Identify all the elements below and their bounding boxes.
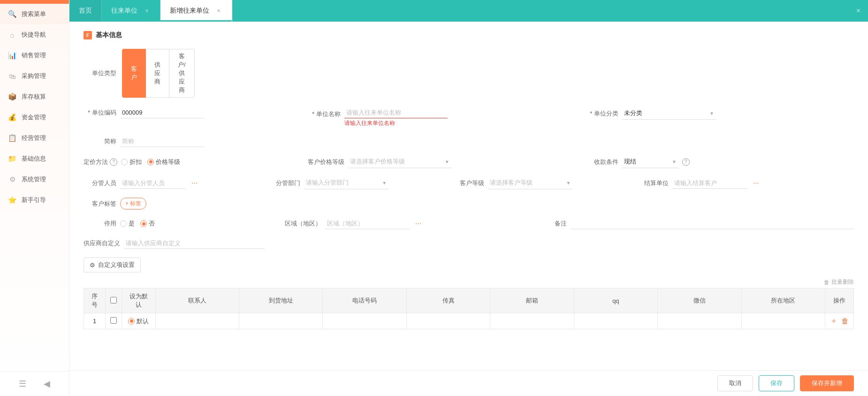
sidebar-item-sales[interactable]: 📊 销售管理 [0, 45, 69, 66]
tab-home[interactable]: 首页 [69, 0, 102, 22]
table-select-all[interactable] [110, 297, 117, 303]
sidebar-item-finance[interactable]: 💰 资金管理 [0, 107, 69, 128]
cancel-button[interactable]: 取消 [717, 375, 753, 391]
manager-dots[interactable]: ··· [190, 179, 199, 187]
region-label: 区域（地区） [285, 219, 321, 228]
sidebar-bottom-btn-1[interactable]: ☰ [11, 375, 34, 392]
sidebar-item-quicknav[interactable]: ⌂ 快捷导航 [0, 24, 69, 45]
tab-spacer [232, 0, 849, 22]
row-delete-icon[interactable]: 🗑 [841, 317, 849, 326]
customer-level-select[interactable]: 请选择客户等级 ▼ [488, 177, 572, 189]
cell-qq[interactable] [574, 313, 658, 329]
purchase-icon: 🛍 [8, 71, 17, 81]
unit-type-customer[interactable]: 客户 [122, 49, 146, 98]
unit-code-group: * 单位编码 [84, 107, 298, 118]
batch-delete[interactable]: 🗑 批量删除 [84, 278, 854, 286]
tab-new-partner-close[interactable]: × [215, 7, 222, 15]
radio-disabled-no[interactable]: 否 [140, 219, 155, 228]
section-header: F 基本信息 [84, 31, 854, 39]
unit-type-label: 单位类型 [84, 69, 116, 78]
cell-fax[interactable] [406, 313, 490, 329]
sidebar-item-purchase[interactable]: 🛍 采购管理 [0, 66, 69, 86]
cell-email[interactable] [490, 313, 574, 329]
contacts-table: 序号 设为默认 联系人 到货地址 电话号码 传真 邮箱 qq 微信 所在地区 操… [84, 288, 854, 329]
address-input[interactable] [244, 318, 318, 325]
main-area: 首页 往来单位 × 新增往来单位 × × F 基本信息 单位类型 客户 供应商 [69, 0, 868, 396]
sidebar-bottom-btn-2[interactable]: ◀ [36, 375, 58, 392]
wechat-input[interactable] [662, 318, 736, 325]
email-input[interactable] [495, 318, 569, 325]
payment-terms-group: 收款条件 现结 ▼ ? [586, 155, 854, 168]
unit-category-select[interactable]: 未分类 ▼ [622, 107, 716, 120]
payment-terms-select[interactable]: 现结 ▼ [622, 155, 678, 168]
save-button[interactable]: 保存 [759, 375, 794, 391]
sidebar-item-guide[interactable]: ⭐ 新手引导 [0, 190, 69, 210]
sidebar-item-search[interactable]: 🔍 搜索菜单 [0, 4, 69, 24]
save-new-button[interactable]: 保存并新增 [800, 375, 854, 391]
department-select[interactable]: 请输入分管部门 ▼ [304, 177, 388, 189]
settlement-unit-input[interactable] [672, 178, 747, 189]
department-label: 分管部门 [267, 179, 300, 187]
tab-bar-close-all[interactable]: × [849, 0, 868, 22]
custom-settings-btn[interactable]: ⚙ 自定义项设置 [84, 257, 141, 272]
col-fax: 传真 [406, 288, 490, 313]
table-row: 1 默认 [84, 313, 854, 329]
col-index: 序号 [84, 288, 106, 313]
phone-input[interactable] [327, 318, 401, 325]
add-tag-btn[interactable]: + 标签 [120, 198, 146, 210]
unit-type-supplier[interactable]: 供应商 [146, 49, 169, 98]
region-dots[interactable]: ··· [413, 219, 423, 228]
cell-phone[interactable] [323, 313, 406, 329]
short-name-input[interactable] [120, 136, 205, 147]
cell-region[interactable] [741, 313, 825, 329]
supplier-custom-input[interactable] [124, 238, 265, 249]
unit-code-label: * 单位编码 [84, 109, 116, 117]
sidebar-item-operations[interactable]: 📋 经营管理 [0, 128, 69, 148]
row-region-input[interactable] [746, 318, 820, 325]
row-checkbox[interactable] [110, 317, 117, 324]
sidebar-item-basic[interactable]: 📁 基础信息 [0, 148, 69, 169]
tags-row: 客户标签 + 标签 [84, 198, 854, 210]
cell-contact[interactable] [155, 313, 239, 329]
payment-terms-value: 现结 [624, 157, 670, 166]
tab-home-label: 首页 [79, 7, 92, 15]
radio-price-level[interactable]: 价格等级 [147, 158, 180, 166]
custom-settings-label: 自定义项设置 [98, 261, 135, 269]
fax-input[interactable] [411, 318, 485, 325]
payment-terms-label: 收款条件 [586, 158, 618, 166]
tab-partners[interactable]: 往来单位 × [102, 0, 160, 22]
payment-terms-help-icon[interactable]: ? [682, 158, 690, 166]
sidebar-bottom: ☰ ◀ [0, 371, 69, 396]
code-name-category-row: * 单位编码 * 单位名称 请输入往来单位名称 * 单位分类 未分类 ▼ [84, 107, 854, 127]
sidebar-item-inventory[interactable]: 📦 库存核算 [0, 86, 69, 107]
manager-label: 分管人员 [84, 179, 116, 187]
row-default-radio[interactable]: 默认 [127, 317, 151, 326]
remarks-input[interactable] [571, 218, 854, 229]
radio-disabled-yes[interactable]: 是 [120, 219, 135, 228]
unit-type-both[interactable]: 客户/供应商 [169, 49, 195, 98]
supplier-custom-row: 供应商自定义 [84, 238, 854, 249]
cell-address[interactable] [239, 313, 323, 329]
row-add-icon[interactable]: ＋ [830, 316, 838, 326]
tab-partners-close[interactable]: × [143, 7, 151, 15]
sidebar-item-system[interactable]: ⚙ 系统管理 [0, 169, 69, 190]
radio-discount[interactable]: 折扣 [121, 158, 142, 166]
footer-actions: 取消 保存 保存并新增 [69, 370, 868, 396]
manager-input[interactable] [120, 178, 186, 189]
unit-name-label: * 单位名称 [308, 107, 341, 118]
contact-input[interactable] [160, 318, 234, 325]
qq-input[interactable] [579, 318, 653, 325]
pricing-help-icon[interactable]: ? [110, 158, 117, 166]
cell-wechat[interactable] [658, 313, 741, 329]
remarks-label: 备注 [534, 219, 567, 228]
region-group: 区域（地区） ··· [285, 218, 525, 229]
unit-name-input[interactable] [344, 107, 448, 118]
settlement-unit-label: 结算单位 [636, 179, 669, 187]
region-input[interactable] [325, 218, 410, 229]
settlement-dots[interactable]: ··· [751, 179, 761, 187]
tab-new-partner[interactable]: 新增往来单位 × [160, 0, 232, 22]
customer-price-level-select[interactable]: 请选择客户价格等级 ▼ [348, 155, 451, 168]
unit-code-input[interactable] [120, 107, 205, 118]
col-check [106, 288, 122, 313]
pricing-method-label: 定价方法 ? [84, 158, 117, 166]
